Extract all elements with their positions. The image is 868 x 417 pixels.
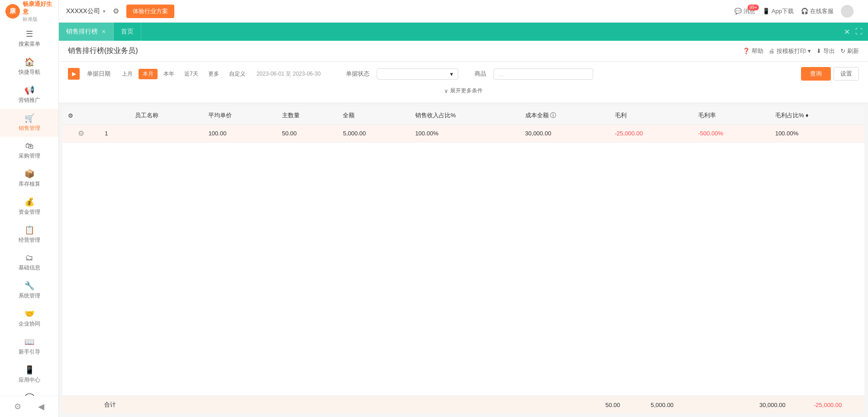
chevron-down-icon: ▾ bbox=[103, 8, 106, 14]
sidebar-item-enterprise[interactable]: 🤝企业协同 bbox=[0, 304, 58, 332]
sidebar-icon-app-center: 📱 bbox=[24, 365, 34, 375]
print-icon: 🖨 bbox=[769, 48, 775, 54]
expand-more-button[interactable]: ∨ 展开更多条件 bbox=[441, 84, 485, 97]
logo-icon: 康 bbox=[5, 4, 20, 19]
refresh-icon: ↻ bbox=[840, 48, 845, 54]
table-wrapper: ⚙员工名称平均单价主数量全额销售收入占比%成本全额 ⓘ毛利毛利率毛利占比% ♦⚙… bbox=[62, 107, 864, 396]
template-print-button[interactable]: 🖨 按模板打印 ▾ bbox=[769, 47, 811, 55]
sidebar-item-basic-info[interactable]: 🗂基础信息 bbox=[0, 249, 58, 276]
sidebar-icon-basic-info: 🗂 bbox=[25, 253, 34, 263]
header: XXXXX公司 ▾ ⚙ 体验行业方案 💬 消息 99+ 📱 App下载 🎧 在线… bbox=[59, 0, 868, 23]
status-chevron-icon: ▾ bbox=[450, 71, 453, 77]
header-gear-icon[interactable]: ⚙ bbox=[111, 5, 121, 17]
goods-input[interactable]: ... bbox=[494, 68, 593, 80]
col-header-gross: 毛利 bbox=[609, 107, 693, 125]
date-tab-上月[interactable]: 上月 bbox=[118, 69, 137, 79]
app-download-button[interactable]: 📱 App下载 bbox=[762, 7, 794, 15]
row-settings-icon[interactable]: ⚙ bbox=[62, 125, 99, 143]
sidebar-item-marketing[interactable]: 📢营销推广 bbox=[0, 81, 58, 109]
sidebar-item-guide[interactable]: 📖新手引导 bbox=[0, 332, 58, 360]
sidebar-item-system[interactable]: 🔧系统管理 bbox=[0, 276, 58, 304]
phone-icon: 📱 bbox=[762, 8, 770, 14]
export-icon: ⬇ bbox=[816, 48, 821, 54]
query-button[interactable]: 查询 bbox=[801, 67, 831, 81]
date-tab-本月[interactable]: 本月 bbox=[139, 69, 158, 79]
footer-label: 合计 bbox=[104, 401, 116, 409]
col-header-gross_rate: 毛利率 bbox=[693, 107, 770, 125]
help-button[interactable]: ❓ 帮助 bbox=[743, 47, 763, 55]
sidebar-menu: ☰搜索菜单🏠快捷导航📢营销推广🛒销售管理🛍采购管理📦库存核算💰资金管理📋经营管理… bbox=[0, 23, 58, 396]
online-service-button[interactable]: 🎧 在线客服 bbox=[801, 7, 834, 15]
filter-row-1: ▶ 单据日期 上月本月本年近7天更多自定义 2023-06-01 至 2023-… bbox=[68, 67, 859, 81]
avatar[interactable] bbox=[841, 5, 854, 18]
sidebar-item-search-order[interactable]: ☰搜索菜单 bbox=[0, 24, 58, 53]
sidebar-item-quick-nav[interactable]: 🏠快捷导航 bbox=[0, 53, 58, 81]
export-button[interactable]: ⬇ 导出 bbox=[816, 47, 835, 55]
date-tab-自定义[interactable]: 自定义 bbox=[225, 69, 249, 79]
sidebar-icon-sales: 🛒 bbox=[24, 113, 34, 123]
headset-icon: 🎧 bbox=[801, 8, 808, 14]
filter-settings-button[interactable]: 设置 bbox=[834, 67, 859, 81]
col-header-sales_pct: 销售收入占比% bbox=[410, 107, 520, 125]
col-header-amount: 全额 bbox=[337, 107, 409, 125]
sidebar-item-inventory[interactable]: 📦库存核算 bbox=[0, 164, 58, 192]
tab-close-sales-rank[interactable]: ✕ bbox=[101, 29, 106, 35]
logo: 康 畅康通好生意 标准版 bbox=[0, 0, 58, 23]
sidebar-icon-finance: 💰 bbox=[24, 197, 34, 207]
sidebar-icon-search-order: ☰ bbox=[26, 29, 33, 39]
page-title: 销售排行榜(按业务员) bbox=[68, 46, 138, 56]
sidebar-item-operations[interactable]: 📋经营管理 bbox=[0, 220, 58, 249]
status-label: 单据状态 bbox=[346, 70, 369, 78]
sidebar-item-purchase[interactable]: 🛍采购管理 bbox=[0, 137, 58, 164]
company-selector[interactable]: XXXXX公司 ▾ bbox=[66, 7, 106, 15]
message-button[interactable]: 💬 消息 99+ bbox=[734, 7, 755, 15]
date-tabs: 上月本月本年近7天更多自定义 bbox=[118, 69, 249, 79]
col-header-gross_pct: 毛利占比% ♦ bbox=[770, 107, 864, 125]
refresh-button[interactable]: ↻ 刷新 bbox=[840, 47, 859, 55]
sidebar-label-guide: 新手引导 bbox=[19, 348, 40, 356]
maximize-icon[interactable]: ⛶ bbox=[855, 28, 863, 36]
col-header-rank bbox=[99, 107, 129, 125]
sidebar-item-finance[interactable]: 💰资金管理 bbox=[0, 192, 58, 220]
sidebar: 康 畅康通好生意 标准版 ☰搜索菜单🏠快捷导航📢营销推广🛒销售管理🛍采购管理📦库… bbox=[0, 0, 59, 417]
date-tab-近7天[interactable]: 近7天 bbox=[180, 69, 202, 79]
row-gross-pct: 100.00% bbox=[770, 125, 864, 143]
sidebar-icon-quick-nav: 🏠 bbox=[24, 57, 34, 67]
sidebar-icon-operations: 📋 bbox=[24, 225, 34, 235]
content: 销售排行榜(按业务员) ❓ 帮助 🖨 按模板打印 ▾ ⬇ 导出 bbox=[59, 41, 868, 417]
goods-label: 商品 bbox=[475, 70, 486, 78]
header-right: 💬 消息 99+ 📱 App下载 🎧 在线客服 bbox=[734, 5, 861, 18]
row-cost-amount: 30,000.00 bbox=[520, 125, 609, 143]
sidebar-item-app-center[interactable]: 📱应用中心 bbox=[0, 360, 58, 388]
row-main-qty: 50.00 bbox=[277, 125, 338, 143]
tab-home[interactable]: 首页 bbox=[114, 23, 141, 41]
status-select[interactable]: ▾ bbox=[377, 68, 458, 80]
sidebar-settings-icon[interactable]: ⚙ bbox=[14, 402, 21, 412]
sidebar-icon-marketing: 📢 bbox=[24, 85, 34, 95]
sidebar-bottom: ⚙ ◀ bbox=[0, 396, 58, 417]
footer-cost-amount: 30,000.00 bbox=[759, 402, 805, 408]
col-header-main_qty: 主数量 bbox=[277, 107, 338, 125]
date-tab-本年[interactable]: 本年 bbox=[159, 69, 178, 79]
sidebar-collapse-icon[interactable]: ◀ bbox=[38, 402, 44, 412]
col-header-settings: ⚙ bbox=[62, 107, 99, 125]
filter-toggle-btn[interactable]: ▶ bbox=[68, 68, 80, 80]
close-tab-icon[interactable]: ✕ bbox=[844, 28, 850, 36]
table-area: ⚙员工名称平均单价主数量全额销售收入占比%成本全额 ⓘ毛利毛利率毛利占比% ♦⚙… bbox=[62, 107, 864, 413]
data-table: ⚙员工名称平均单价主数量全额销售收入占比%成本全额 ⓘ毛利毛利率毛利占比% ♦⚙… bbox=[62, 107, 864, 143]
sidebar-item-sales[interactable]: 🛒销售管理 bbox=[0, 109, 58, 137]
tabbar: 销售排行榜✕首页 ✕ ⛶ bbox=[59, 23, 868, 41]
table-footer: 合计 50.00 5,000.00 30,000.00 -25,000.00 bbox=[62, 396, 864, 413]
sidebar-icon-enterprise: 🤝 bbox=[24, 309, 34, 319]
sidebar-icon-guide: 📖 bbox=[24, 337, 34, 347]
message-icon: 💬 bbox=[734, 8, 742, 14]
trial-button[interactable]: 体验行业方案 bbox=[126, 5, 174, 18]
sidebar-icon-purchase: 🛍 bbox=[25, 141, 34, 151]
tab-sales-rank[interactable]: 销售排行榜✕ bbox=[59, 23, 114, 41]
sidebar-item-wechat[interactable]: 💬企业微信 bbox=[0, 388, 58, 396]
sidebar-label-enterprise: 企业协同 bbox=[19, 320, 40, 328]
sidebar-icon-system: 🔧 bbox=[24, 281, 34, 291]
date-tab-更多[interactable]: 更多 bbox=[204, 69, 223, 79]
tab-label-sales-rank: 销售排行榜 bbox=[66, 28, 98, 36]
help-icon: ❓ bbox=[743, 48, 750, 54]
